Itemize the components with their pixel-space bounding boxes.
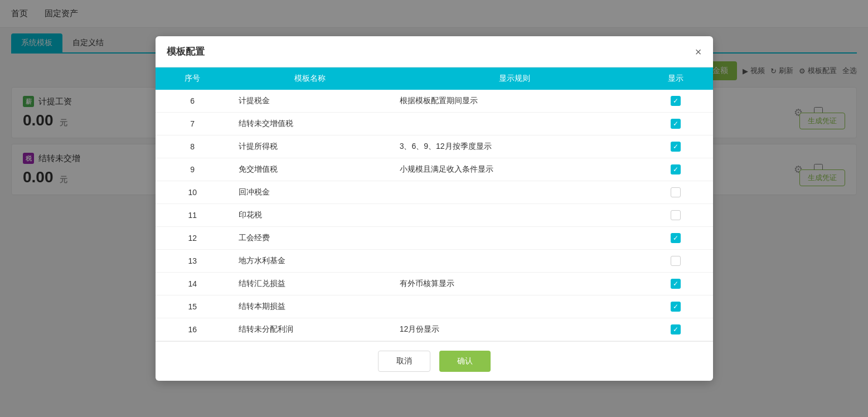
cell-seq: 16 <box>156 318 230 341</box>
cell-display: ✓ <box>638 90 712 113</box>
cell-seq: 14 <box>156 273 230 295</box>
table-row: 7结转未交增值税✓ <box>156 113 713 135</box>
checkbox-checked[interactable]: ✓ <box>671 233 681 243</box>
cell-display <box>638 181 712 204</box>
modal-template-config: 模板配置 × 序号 模板名称 显示规则 显示 6计提税金根据模板配置期间显示✓7… <box>156 36 713 381</box>
table-header-row: 序号 模板名称 显示规则 显示 <box>156 67 713 90</box>
modal-header: 模板配置 × <box>156 36 713 67</box>
cell-display: ✓ <box>638 273 712 295</box>
checkbox-checked[interactable]: ✓ <box>671 279 681 289</box>
checkbox-checked[interactable]: ✓ <box>671 142 681 152</box>
checkbox-unchecked[interactable] <box>671 256 681 266</box>
cell-seq: 10 <box>156 181 230 204</box>
cell-rule: 有外币核算显示 <box>391 273 638 295</box>
cell-name: 结转汇兑损益 <box>230 273 391 295</box>
config-table: 序号 模板名称 显示规则 显示 6计提税金根据模板配置期间显示✓7结转未交增值税… <box>156 67 713 341</box>
modal-close-button[interactable]: × <box>695 46 702 57</box>
confirm-button[interactable]: 确认 <box>439 351 491 372</box>
cell-rule <box>391 227 638 250</box>
cell-display: ✓ <box>638 318 712 341</box>
cell-display <box>638 204 712 227</box>
table-row: 9免交增值税小规模且满足收入条件显示✓ <box>156 158 713 181</box>
cell-display: ✓ <box>638 295 712 318</box>
checkbox-checked[interactable]: ✓ <box>671 164 681 174</box>
cell-name: 计提所得税 <box>230 135 391 158</box>
cell-name: 工会经费 <box>230 227 391 250</box>
cell-seq: 12 <box>156 227 230 250</box>
col-header-display: 显示 <box>638 67 712 90</box>
cell-seq: 11 <box>156 204 230 227</box>
checkbox-checked[interactable]: ✓ <box>671 96 681 106</box>
checkbox-checked[interactable]: ✓ <box>671 119 681 129</box>
cell-rule: 3、6、9、12月按季度显示 <box>391 135 638 158</box>
cell-rule <box>391 113 638 135</box>
cell-rule <box>391 250 638 273</box>
table-row: 13地方水利基金 <box>156 250 713 273</box>
cell-display <box>638 250 712 273</box>
table-row: 8计提所得税3、6、9、12月按季度显示✓ <box>156 135 713 158</box>
table-row: 11印花税 <box>156 204 713 227</box>
cell-display: ✓ <box>638 158 712 181</box>
table-row: 16结转未分配利润12月份显示✓ <box>156 318 713 341</box>
table-row: 10回冲税金 <box>156 181 713 204</box>
table-row: 14结转汇兑损益有外币核算显示✓ <box>156 273 713 295</box>
cell-rule: 12月份显示 <box>391 318 638 341</box>
cell-name: 地方水利基金 <box>230 250 391 273</box>
cell-rule: 小规模且满足收入条件显示 <box>391 158 638 181</box>
cell-seq: 9 <box>156 158 230 181</box>
cell-display: ✓ <box>638 113 712 135</box>
cancel-button[interactable]: 取消 <box>378 351 430 372</box>
cell-name: 计提税金 <box>230 90 391 113</box>
cell-display: ✓ <box>638 135 712 158</box>
cell-seq: 13 <box>156 250 230 273</box>
cell-rule <box>391 204 638 227</box>
checkbox-unchecked[interactable] <box>671 210 681 220</box>
table-row: 6计提税金根据模板配置期间显示✓ <box>156 90 713 113</box>
modal-footer: 取消 确认 <box>156 341 713 381</box>
cell-seq: 15 <box>156 295 230 318</box>
modal-title: 模板配置 <box>167 45 205 58</box>
cell-rule: 根据模板配置期间显示 <box>391 90 638 113</box>
col-header-rule: 显示规则 <box>391 67 638 90</box>
cell-name: 结转未交增值税 <box>230 113 391 135</box>
table-body: 6计提税金根据模板配置期间显示✓7结转未交增值税✓8计提所得税3、6、9、12月… <box>156 90 713 341</box>
cell-name: 结转本期损益 <box>230 295 391 318</box>
modal-body: 序号 模板名称 显示规则 显示 6计提税金根据模板配置期间显示✓7结转未交增值税… <box>156 67 713 341</box>
cell-seq: 8 <box>156 135 230 158</box>
cell-rule <box>391 181 638 204</box>
cell-name: 结转未分配利润 <box>230 318 391 341</box>
checkbox-checked[interactable]: ✓ <box>671 324 681 334</box>
cell-name: 免交增值税 <box>230 158 391 181</box>
cell-name: 回冲税金 <box>230 181 391 204</box>
cell-rule <box>391 295 638 318</box>
cell-display: ✓ <box>638 227 712 250</box>
col-header-name: 模板名称 <box>230 67 391 90</box>
checkbox-unchecked[interactable] <box>671 187 681 197</box>
table-row: 15结转本期损益✓ <box>156 295 713 318</box>
col-header-seq: 序号 <box>156 67 230 90</box>
table-row: 12工会经费✓ <box>156 227 713 250</box>
cell-seq: 7 <box>156 113 230 135</box>
checkbox-checked[interactable]: ✓ <box>671 302 681 312</box>
cell-name: 印花税 <box>230 204 391 227</box>
table-scroll-area[interactable]: 序号 模板名称 显示规则 显示 6计提税金根据模板配置期间显示✓7结转未交增值税… <box>156 67 713 341</box>
cell-seq: 6 <box>156 90 230 113</box>
